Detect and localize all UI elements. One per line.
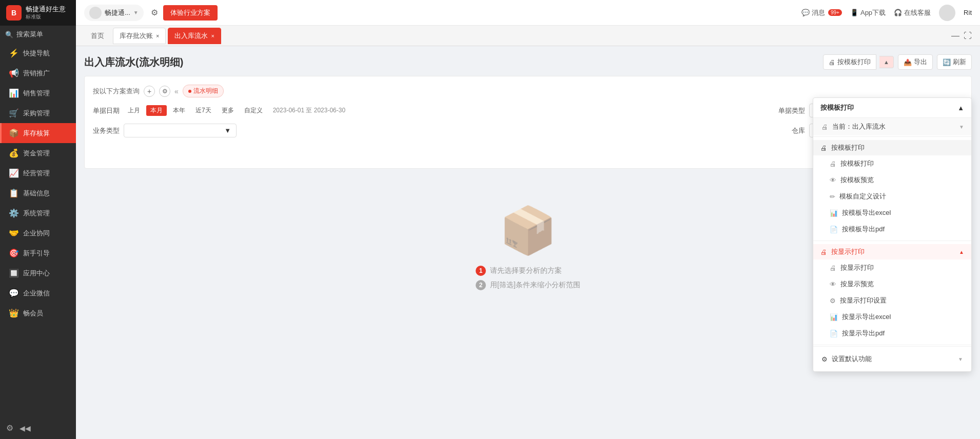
current-template-label: 当前：出入库流水: [832, 122, 886, 131]
date-shortcut-last-month[interactable]: 上月: [124, 105, 144, 116]
app-download-button[interactable]: 📱 App下载: [850, 8, 886, 17]
app-title-area: 畅捷通好生意 标准版: [26, 5, 66, 21]
tab-home[interactable]: 首页: [84, 28, 111, 44]
set-default-icon: ⚙: [821, 355, 828, 363]
sidebar-item-app-center[interactable]: 🔲 应用中心: [0, 263, 76, 283]
template-section-label: 按模板打印: [831, 143, 865, 152]
sidebar-search-item[interactable]: 🔍 搜索菜单: [0, 26, 76, 43]
export-icon: 📤: [904, 58, 912, 66]
filter-date-field: 单据日期 上月 本月 本年 近7天 更多 自定义 2023-06-01 至 20…: [93, 105, 345, 116]
print-template-dropdown-button[interactable]: ▲: [879, 56, 894, 68]
marketing-icon: 📢: [9, 68, 19, 78]
sidebar-item-marketing[interactable]: 📢 营销推广: [0, 63, 76, 83]
user-name: 畅捷通...: [105, 8, 130, 17]
user-avatar[interactable]: [939, 5, 955, 21]
dropdown-item-display-preview[interactable]: 👁 按显示预览: [813, 276, 971, 292]
sidebar-item-label: 畅会员: [23, 309, 43, 318]
sidebar-item-finance[interactable]: 💰 资金管理: [0, 143, 76, 163]
sidebar-item-inventory[interactable]: 📦 库存核算: [0, 123, 76, 143]
set-default-arrow: ▼: [958, 356, 963, 362]
print-template-area: 🖨 按模板打印 ▲: [823, 54, 894, 70]
refresh-button[interactable]: 🔄 刷新: [937, 54, 972, 70]
filter-tag-dot: [188, 90, 191, 93]
user-selector[interactable]: 畅捷通... ▼: [84, 5, 144, 21]
messages-label: 消息: [812, 8, 825, 17]
dropdown-item-template-pdf[interactable]: 📄 按模板导出pdf: [813, 221, 971, 237]
export-label: 导出: [914, 57, 927, 67]
dropdown-item-template-excel[interactable]: 📊 按模板导出excel: [813, 205, 971, 221]
sidebar-collapse-icon[interactable]: ◀◀: [19, 424, 31, 432]
topbar-gear-icon[interactable]: ⚙: [151, 8, 158, 17]
display-preview-icon: 👁: [830, 281, 836, 288]
tab-minimize-button[interactable]: —: [951, 31, 959, 41]
filter-header: 按以下方案查询 + ⚙ « 流水明细: [93, 85, 963, 97]
dropdown-set-default-button[interactable]: ⚙ 设置默认功能 ▼: [820, 351, 964, 367]
sidebar-item-label: 经营管理: [23, 169, 50, 178]
app-center-icon: 🔲: [9, 268, 19, 278]
purchase-icon: 🛒: [9, 108, 19, 118]
sidebar-item-label: 企业微信: [23, 289, 50, 298]
dropdown-item-display-print-settings[interactable]: ⚙ 按显示打印设置: [813, 292, 971, 309]
dropdown-item-template-preview[interactable]: 👁 按模板预览: [813, 172, 971, 188]
sidebar-item-vip[interactable]: 👑 畅会员: [0, 303, 76, 323]
industry-solution-button[interactable]: 体验行业方案: [163, 5, 218, 21]
filter-warehouse-label: 仓库: [792, 126, 805, 135]
filter-date-label: 单据日期: [93, 106, 120, 115]
filter-collapse-icon[interactable]: «: [174, 87, 179, 95]
set-default-label: 设置默认功能: [832, 354, 872, 364]
tab-inventory-flow-close[interactable]: ×: [211, 33, 214, 39]
refresh-icon: 🔄: [943, 58, 951, 66]
filter-add-button[interactable]: +: [144, 86, 155, 97]
empty-state-icon: 📦: [499, 204, 557, 257]
tab-inventory-flow[interactable]: 出入库流水 ×: [168, 28, 221, 44]
tab-maximize-button[interactable]: ⛶: [964, 31, 972, 41]
date-range-display: 2023-06-01 至 2023-06-30: [273, 106, 345, 115]
sidebar-item-enterprise[interactable]: 🤝 企业协同: [0, 223, 76, 243]
date-shortcut-custom[interactable]: 自定义: [240, 105, 267, 116]
user-display-name: Rit: [964, 9, 972, 16]
step-2-number: 2: [476, 280, 486, 290]
dropdown-item-template-custom[interactable]: ✏ 模板自定义设计: [813, 188, 971, 205]
page-content: 出入库流水(流水明细) 🖨 按模板打印 ▲ 📤 导出 🔄: [76, 46, 980, 439]
dropdown-current-template[interactable]: 🖨 当前：出入库流水 ▼: [813, 118, 971, 135]
sidebar-item-label: 新手引导: [23, 249, 50, 258]
customer-service-button[interactable]: 🎧 在线客服: [894, 8, 931, 17]
filter-business-type-select[interactable]: ▼: [124, 124, 237, 137]
print-template-button[interactable]: 🖨 按模板打印: [823, 54, 876, 70]
tabbar: 首页 库存批次账 × 出入库流水 × — ⛶: [76, 26, 980, 46]
step-2-hint: 用[筛选]条件来缩小分析范围: [490, 281, 580, 290]
tab-inventory-batch-close[interactable]: ×: [156, 33, 159, 39]
sidebar-item-wechat[interactable]: 💬 企业微信: [0, 283, 76, 303]
dropdown-item-template-print[interactable]: 🖨 按模板打印: [813, 155, 971, 172]
date-shortcut-more[interactable]: 更多: [218, 105, 238, 116]
filter-voucher-type-label: 单据类型: [778, 106, 805, 115]
display-section-label: 按显示打印: [831, 247, 865, 256]
sidebar-item-basic-info[interactable]: 📋 基础信息: [0, 183, 76, 203]
messages-button[interactable]: 💬 消息 99+: [801, 8, 842, 17]
app-subtitle: 标准版: [26, 13, 66, 21]
sidebar-item-guide[interactable]: 🎯 新手引导: [0, 243, 76, 263]
sidebar-item-operations[interactable]: 📈 经营管理: [0, 163, 76, 183]
topbar: 畅捷通... ▼ ⚙ 体验行业方案 💬 消息 99+ 📱 App下载 🎧 在线客…: [76, 0, 980, 26]
dropdown-item-display-pdf[interactable]: 📄 按显示导出pdf: [813, 325, 971, 342]
sidebar-item-system[interactable]: ⚙️ 系统管理: [0, 203, 76, 223]
sidebar-item-quick-nav[interactable]: ⚡ 快捷导航: [0, 43, 76, 63]
app-download-icon: 📱: [850, 9, 858, 16]
date-shortcut-this-year[interactable]: 本年: [169, 105, 189, 116]
export-button[interactable]: 📤 导出: [898, 54, 933, 70]
sidebar-item-sales[interactable]: 📊 销售管理: [0, 83, 76, 103]
sidebar-item-label: 采购管理: [23, 109, 50, 118]
user-dropdown-icon: ▼: [133, 10, 139, 15]
quick-nav-icon: ⚡: [9, 48, 19, 58]
dropdown-item-display-print[interactable]: 🖨 按显示打印: [813, 260, 971, 276]
messages-badge: 99+: [828, 9, 842, 16]
main-area: 畅捷通... ▼ ⚙ 体验行业方案 💬 消息 99+ 📱 App下载 🎧 在线客…: [76, 0, 980, 439]
dropdown-item-display-excel[interactable]: 📊 按显示导出excel: [813, 309, 971, 325]
messages-icon: 💬: [801, 9, 810, 16]
date-shortcut-7days[interactable]: 近7天: [191, 105, 215, 116]
sidebar-item-purchase[interactable]: 🛒 采购管理: [0, 103, 76, 123]
date-shortcut-this-month[interactable]: 本月: [146, 105, 167, 116]
tab-inventory-batch[interactable]: 库存批次账 ×: [113, 28, 166, 44]
filter-settings-button[interactable]: ⚙: [159, 86, 170, 97]
sidebar-settings-icon[interactable]: ⚙: [6, 423, 13, 433]
